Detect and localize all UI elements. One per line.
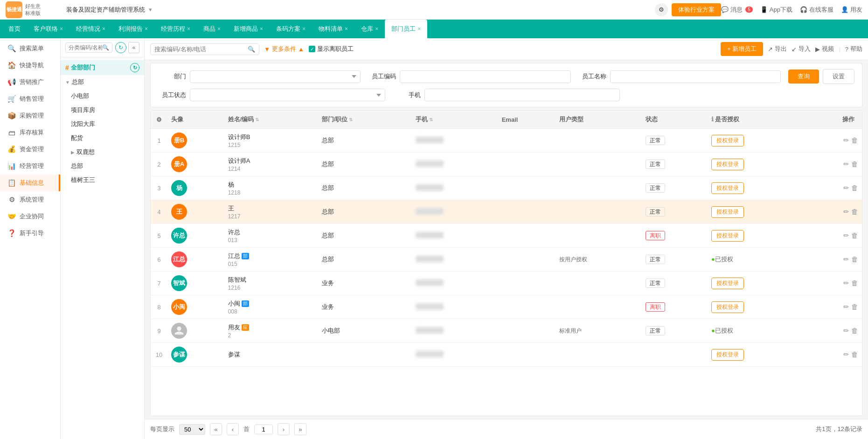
dept-item-head[interactable]: ▼ 总部 [61, 75, 144, 89]
phone-input[interactable] [424, 89, 620, 101]
delete-button[interactable]: 🗑 [851, 279, 858, 287]
dept-item-shuanglu[interactable]: ▶ 双鹿想 [61, 145, 144, 159]
th-settings[interactable]: ⚙ [151, 111, 167, 129]
video-button[interactable]: ▶ 视频 [815, 45, 834, 53]
delete-button[interactable]: 🗑 [851, 231, 858, 239]
sidebar-item-search[interactable]: 🔍 搜索菜单 [0, 40, 60, 57]
edit-button[interactable]: ✏ [843, 327, 849, 334]
message-btn[interactable]: 💬 消息 5 [721, 6, 753, 14]
auth-login-button[interactable]: 授权登录 [711, 278, 744, 289]
export-button[interactable]: ↗ 导出 [768, 45, 787, 53]
nav-item-staff[interactable]: 部门员工 × [385, 20, 427, 38]
sidebar-item-inventory[interactable]: 🗃 库存核算 [0, 124, 60, 141]
online-service-btn[interactable]: 🎧 在线客服 [800, 6, 833, 14]
nav-item-operation[interactable]: 经营情况 × [69, 20, 112, 38]
help-button[interactable]: ? 帮助 [845, 45, 862, 53]
edit-button[interactable]: ✏ [843, 208, 849, 216]
delete-button[interactable]: 🗑 [851, 208, 858, 216]
dept-refresh-button[interactable]: ↻ [115, 42, 126, 53]
nav-item-home[interactable]: 首页 [2, 20, 27, 38]
auth-login-button[interactable]: 授权登录 [711, 159, 744, 170]
nav-item-bom[interactable]: 物料清单 × [312, 20, 354, 38]
edit-button[interactable]: ✏ [843, 279, 849, 287]
sidebar-item-marketing[interactable]: 📢 营销推广 [0, 74, 60, 91]
nav-item-profit[interactable]: 利润报告 × [112, 20, 154, 38]
edit-button[interactable]: ✏ [843, 160, 849, 168]
dept-item-zhishu[interactable]: 植树王三 [61, 173, 144, 187]
auth-login-button[interactable]: 授权登录 [711, 349, 744, 361]
more-filter-button[interactable]: ▼ 更多条件 ▲ [264, 45, 304, 53]
edit-button[interactable]: ✏ [843, 231, 849, 239]
import-button[interactable]: ↙ 导入 [792, 45, 811, 53]
show-resigned-toggle[interactable]: ✓ 显示离职员工 [309, 45, 354, 53]
auth-login-button[interactable]: 授权登录 [711, 206, 744, 218]
user-avatar[interactable]: 👤 用友 [841, 6, 862, 14]
auth-login-button[interactable]: 授权登录 [711, 230, 744, 242]
edit-button[interactable]: ✏ [843, 303, 849, 311]
dept-all-item[interactable]: # 全部部门 ↻ [61, 60, 144, 75]
set-button[interactable]: 设置 [823, 69, 854, 84]
nav-item-add-goods[interactable]: 新增商品 × [227, 20, 270, 38]
search-input[interactable] [154, 46, 248, 53]
dept-search-input[interactable] [69, 44, 102, 51]
sort-icon-phone: ⇅ [429, 117, 433, 122]
delete-button[interactable]: 🗑 [851, 350, 858, 358]
edit-button[interactable]: ✏ [843, 255, 849, 263]
sidebar-item-purchase[interactable]: 📦 采购管理 [0, 107, 60, 124]
sidebar-item-quicknav[interactable]: 🏠 快捷导航 [0, 57, 60, 74]
th-name[interactable]: 姓名/编码 ⇅ [224, 111, 318, 129]
edit-button[interactable]: ✏ [843, 350, 849, 358]
th-phone[interactable]: 手机 ⇅ [412, 111, 498, 129]
dept-item-head2[interactable]: 总部 [61, 159, 144, 173]
app-download-btn[interactable]: 📱 App下载 [760, 6, 792, 14]
nav-item-goods[interactable]: 商品 × [197, 20, 227, 38]
search-submit-icon[interactable]: 🔍 [248, 46, 255, 53]
dropdown-arrow-icon[interactable]: ▾ [149, 6, 152, 13]
dept-item-project[interactable]: 项目库房 [61, 103, 144, 117]
delete-button[interactable]: 🗑 [851, 303, 858, 311]
dept-collapse-button[interactable]: « [128, 42, 139, 53]
dept-item-shenyang[interactable]: 沈阳大库 [61, 117, 144, 131]
refresh-circle-icon[interactable]: ↻ [130, 63, 139, 72]
nav-item-process[interactable]: 经营历程 × [154, 20, 197, 38]
sidebar-item-capital[interactable]: 💰 资金管理 [0, 141, 60, 158]
nav-item-customer[interactable]: 客户联络 × [27, 20, 69, 38]
delete-button[interactable]: 🗑 [851, 255, 858, 263]
filter-row-2: 员工状态 手机 [158, 89, 854, 101]
settings-icon[interactable]: ⚙ [655, 3, 668, 16]
th-dept[interactable]: 部门/职位 ⇅ [318, 111, 412, 129]
sidebar-item-system[interactable]: ⚙ 系统管理 [0, 191, 60, 208]
status-select[interactable] [190, 89, 385, 101]
sidebar-item-collab[interactable]: 🤝 企业协同 [0, 208, 60, 225]
sidebar-item-sales[interactable]: 🛒 销售管理 [0, 91, 60, 107]
last-page-button[interactable]: » [294, 423, 306, 435]
nav-item-barcode[interactable]: 条码方案 × [270, 20, 312, 38]
sidebar-item-guide[interactable]: ❓ 新手引导 [0, 225, 60, 242]
emp-code-input[interactable] [400, 70, 570, 83]
dept-select[interactable] [190, 70, 361, 83]
sidebar-item-basic[interactable]: 📋 基础信息 [0, 174, 60, 191]
prev-page-button[interactable]: ‹ [227, 423, 239, 435]
dept-item-small-electric[interactable]: 小电部 [61, 89, 144, 103]
auth-login-button[interactable]: 授权登录 [711, 135, 744, 146]
auth-login-button[interactable]: 授权登录 [711, 182, 744, 194]
dept-item-distribution[interactable]: 配货 [61, 131, 144, 145]
page-number-input[interactable] [254, 425, 273, 434]
delete-button[interactable]: 🗑 [851, 327, 858, 334]
delete-button[interactable]: 🗑 [851, 136, 858, 144]
delete-button[interactable]: 🗑 [851, 184, 858, 192]
emp-name-input[interactable] [610, 70, 781, 83]
query-button[interactable]: 查询 [788, 70, 819, 84]
edit-button[interactable]: ✏ [843, 184, 849, 192]
sidebar-item-operation[interactable]: 📊 经营管理 [0, 158, 60, 174]
first-page-button[interactable]: « [210, 423, 222, 435]
auth-login-button[interactable]: 授权登录 [711, 301, 744, 313]
next-page-button[interactable]: › [278, 423, 290, 435]
delete-button[interactable]: 🗑 [851, 160, 858, 168]
employee-name: 设计师A [228, 157, 250, 164]
page-size-select[interactable]: 50 20 100 [179, 424, 205, 435]
trial-button[interactable]: 体验行业方案 [672, 3, 721, 16]
nav-item-warehouse[interactable]: 仓库 × [354, 20, 385, 38]
edit-button[interactable]: ✏ [843, 136, 849, 144]
add-employee-button[interactable]: + 新增员工 [721, 42, 763, 56]
